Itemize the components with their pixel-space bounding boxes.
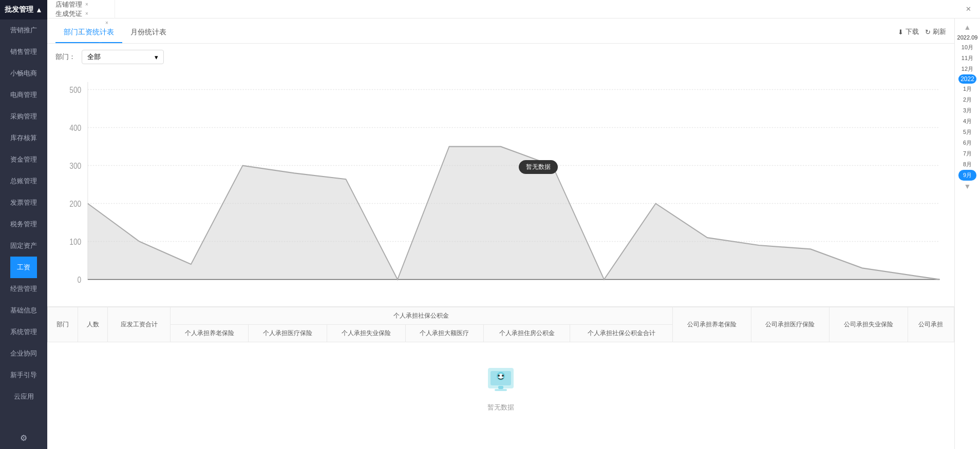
tab-close-icon[interactable]: ×: [99, 38, 102, 44]
col-company-unemp: 公司承担失业保险: [830, 307, 908, 342]
sub-tabs: 部门工资统计表 月份统计表: [55, 25, 175, 43]
tab-close-icon[interactable]: ×: [79, 29, 82, 35]
col-personal-med: 个人承担医疗保险: [249, 325, 327, 342]
sidebar-item-经营管理[interactable]: 经营管理: [10, 278, 37, 300]
svg-point-19: [498, 375, 500, 377]
tab-bar: 首页门店商品目录×销货单×店铺管理×生成凭证×应收应付调整单×工资表×工资统计报…: [47, 0, 980, 18]
department-select-value: 全部: [87, 52, 101, 62]
sub-tab-actions: ⬇ 下载 ↻ 刷新: [898, 27, 946, 41]
refresh-button[interactable]: ↻ 刷新: [925, 27, 946, 36]
sidebar-item-小畅电商[interactable]: 小畅电商: [10, 63, 37, 84]
filter-bar: 部门： 全部 ▾: [47, 44, 954, 70]
sidebar-item-销售管理[interactable]: 销售管理: [10, 41, 37, 63]
refresh-icon: ↻: [925, 28, 931, 36]
timeline-month-5月[interactable]: 5月: [958, 127, 976, 138]
timeline-panel: ▲ 2022.09 10月11月12月20221月2月3月4月5月6月7月8月9…: [954, 18, 980, 449]
main-content: 部门工资统计表 月份统计表 ⬇ 下载 ↻ 刷新 部门：: [47, 18, 954, 449]
sidebar-item-税务管理[interactable]: 税务管理: [10, 213, 37, 235]
sidebar-item-固定资产[interactable]: 固定资产: [10, 235, 37, 257]
tab-close-icon[interactable]: ×: [85, 2, 88, 7]
timeline-months: 10月11月12月20221月2月3月4月5月6月7月8月9月: [958, 42, 976, 181]
col-dept: 部门: [48, 307, 78, 342]
sidebar-item-发票管理[interactable]: 发票管理: [10, 192, 37, 213]
main-area: 首页门店商品目录×销货单×店铺管理×生成凭证×应收应付调整单×工资表×工资统计报…: [47, 0, 980, 449]
sidebar-item-云应用[interactable]: 云应用: [10, 386, 37, 407]
timeline-month-1月[interactable]: 1月: [958, 84, 976, 94]
sidebar-item-新手引导[interactable]: 新手引导: [10, 364, 37, 386]
chevron-down-icon: ▾: [155, 53, 158, 61]
sidebar-item-系统管理[interactable]: 系统管理: [10, 321, 37, 343]
sidebar-item-采购管理[interactable]: 采购管理: [10, 106, 37, 127]
sidebar-nav: 营销推广销售管理小畅电商电商管理采购管理库存核算资金管理总账管理发票管理税务管理…: [10, 19, 37, 407]
svg-point-20: [502, 375, 504, 377]
col-personal-total: 个人承担社保公积金合计: [570, 325, 673, 342]
col-count: 人数: [78, 307, 108, 342]
timeline-month-2月[interactable]: 2月: [958, 94, 976, 105]
stats-table: 部门 人数 应发工资合计 个人承担社保公积金 公司承担养老保险 公司承担医疗保险…: [47, 307, 954, 342]
col-personal-old: 个人承担养老保险: [170, 325, 249, 342]
timeline-month-12月[interactable]: 12月: [958, 64, 976, 74]
svg-text:500: 500: [69, 85, 81, 94]
tab-bar-end: ✕: [963, 4, 978, 15]
timeline-month-6月[interactable]: 6月: [958, 138, 976, 148]
col-personal-major-med: 个人承担大额医疗: [405, 325, 484, 342]
col-company-other: 公司承担: [908, 307, 954, 342]
sidebar: 批发管理 ▲ 营销推广销售管理小畅电商电商管理采购管理库存核算资金管理总账管理发…: [0, 0, 47, 449]
tab-close-icon[interactable]: ×: [85, 11, 88, 16]
sidebar-header[interactable]: 批发管理 ▲: [0, 0, 47, 19]
department-select[interactable]: 全部 ▾: [82, 50, 164, 64]
table-no-data: 暂无数据: [47, 342, 954, 419]
sidebar-title: 批发管理: [5, 5, 33, 14]
close-window-button[interactable]: ✕: [963, 4, 974, 15]
sidebar-item-企业协同[interactable]: 企业协同: [10, 343, 37, 364]
tab-label: 店铺管理: [55, 0, 82, 9]
no-data-icon: [480, 358, 521, 399]
timeline-month-2022[interactable]: 2022: [958, 74, 976, 84]
sidebar-item-工资[interactable]: 工资: [10, 257, 37, 278]
sub-tab-bar: 部门工资统计表 月份统计表 ⬇ 下载 ↻ 刷新: [47, 18, 954, 44]
col-personal-unemp: 个人承担失业保险: [327, 325, 405, 342]
department-filter-label: 部门：: [55, 52, 76, 62]
timeline-up-nav[interactable]: ▲: [963, 22, 973, 33]
area-fill: [88, 147, 940, 280]
svg-text:200: 200: [69, 199, 81, 208]
sidebar-item-总账管理[interactable]: 总账管理: [10, 170, 37, 192]
timeline-year-label: 2022.09: [957, 33, 978, 42]
settings-icon[interactable]: ⚙: [0, 427, 47, 449]
chevron-up-icon: ▲: [35, 6, 43, 14]
timeline-month-3月[interactable]: 3月: [958, 105, 976, 116]
svg-rect-17: [498, 386, 503, 389]
timeline-month-8月[interactable]: 8月: [958, 159, 976, 170]
download-button[interactable]: ⬇ 下载: [898, 27, 919, 36]
timeline-month-7月[interactable]: 7月: [958, 148, 976, 159]
sidebar-item-营销推广[interactable]: 营销推广: [10, 19, 37, 41]
timeline-month-11月[interactable]: 11月: [958, 53, 976, 64]
svg-text:0: 0: [78, 275, 82, 284]
tab-monthly-stats[interactable]: 月份统计表: [122, 25, 175, 43]
timeline-down-nav[interactable]: ▼: [963, 181, 973, 192]
svg-rect-18: [495, 389, 507, 391]
table-no-data-text: 暂无数据: [487, 403, 514, 412]
tab-department-stats[interactable]: 部门工资统计表: [55, 25, 122, 43]
chart-container: 0 100 200 300 400 500 暂无数据: [47, 70, 954, 306]
download-icon: ⬇: [898, 28, 903, 36]
table-section: 部门 人数 应发工资合计 个人承担社保公积金 公司承担养老保险 公司承担医疗保险…: [47, 306, 954, 419]
col-company-med: 公司承担医疗保险: [751, 307, 830, 342]
tab-close-icon[interactable]: ×: [105, 20, 108, 26]
area-chart: 0 100 200 300 400 500: [55, 74, 946, 302]
sidebar-item-电商管理[interactable]: 电商管理: [10, 84, 37, 106]
col-personal-housing: 个人承担住房公积金: [484, 325, 570, 342]
svg-text:400: 400: [69, 123, 81, 132]
col-personal-insurance: 个人承担社保公积金: [170, 307, 672, 325]
refresh-label: 刷新: [933, 27, 946, 36]
download-label: 下载: [906, 27, 919, 36]
sidebar-item-库存核算[interactable]: 库存核算: [10, 127, 37, 149]
sidebar-item-资金管理[interactable]: 资金管理: [10, 149, 37, 170]
tab-生成凭证[interactable]: 生成凭证×: [49, 9, 115, 18]
sidebar-item-基础信息[interactable]: 基础信息: [10, 300, 37, 321]
timeline-month-10月[interactable]: 10月: [958, 42, 976, 53]
content-area: 部门工资统计表 月份统计表 ⬇ 下载 ↻ 刷新 部门：: [47, 18, 980, 449]
timeline-month-4月[interactable]: 4月: [958, 116, 976, 127]
timeline-month-9月[interactable]: 9月: [958, 170, 976, 181]
tab-店铺管理[interactable]: 店铺管理×: [49, 0, 115, 9]
